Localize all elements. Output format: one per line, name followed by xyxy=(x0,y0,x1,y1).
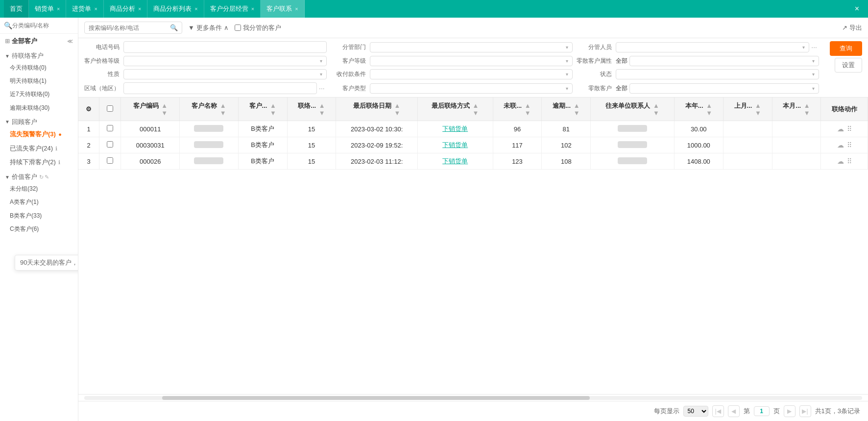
per-page-select[interactable]: 50 100 200 xyxy=(683,406,708,417)
customer-tier-select[interactable]: ▾ xyxy=(370,56,573,66)
person-select[interactable]: ▾ xyxy=(616,42,809,52)
type-col-header[interactable]: 客户... ▲▼ xyxy=(238,98,287,121)
phone-input[interactable] xyxy=(123,41,327,53)
more-conditions-button[interactable]: ▼ 更多条件 ∧ xyxy=(188,24,229,32)
sidebar-item-tomorrow-pending[interactable]: 明天待联络(1) xyxy=(0,74,78,88)
retail-attr-select[interactable]: ▾ xyxy=(629,56,819,66)
sidebar-group-value[interactable]: ▼ 价值客户 ↻ ✎ xyxy=(0,170,78,182)
nav-tab-purchase[interactable]: 进货单 × xyxy=(66,0,103,18)
region-dots-icon[interactable]: ··· xyxy=(317,84,327,92)
scroll-thumb[interactable] xyxy=(162,396,590,400)
nature-select[interactable]: ▾ xyxy=(123,69,327,79)
prev-page-button[interactable]: ◀ xyxy=(728,405,740,417)
row-checkbox[interactable] xyxy=(99,121,121,137)
filter-field-person: 分管人员 ▾ ··· xyxy=(577,42,819,52)
row-check[interactable] xyxy=(107,141,113,148)
more-action-icon[interactable]: ⠿ xyxy=(847,125,852,133)
more-action-icon[interactable]: ⠿ xyxy=(847,157,852,165)
row-last-method[interactable]: 下销货单 xyxy=(417,121,493,137)
sidebar-item-a-class[interactable]: A类客户(1) xyxy=(0,196,78,209)
nav-tab-analysis-list[interactable]: 商品分析列表 × xyxy=(147,0,204,18)
sidebar-item-churn-warning[interactable]: 流失预警客户(3) ● xyxy=(0,127,78,142)
export-button[interactable]: ↗ 导出 xyxy=(842,24,862,32)
row-check[interactable] xyxy=(107,125,113,131)
horizontal-scrollbar[interactable] xyxy=(78,394,868,401)
nav-tab-analysis[interactable]: 商品分析 × xyxy=(104,0,147,18)
last-contact-method-col-header[interactable]: 最后联络方式 ▲▼ xyxy=(417,98,493,121)
my-customers-checkbox[interactable]: 我分管的客户 xyxy=(235,24,281,32)
close-icon[interactable]: × xyxy=(138,6,141,12)
close-icon[interactable]: × xyxy=(94,6,97,12)
nav-tab-sales[interactable]: 销货单 × xyxy=(29,0,66,18)
sidebar-item-week-pending[interactable]: 近7天待联络(0) xyxy=(0,88,78,101)
chevron-down-icon: ▾ xyxy=(566,45,568,50)
row-last-method[interactable]: 下销货单 xyxy=(417,137,493,153)
close-icon[interactable]: × xyxy=(194,6,197,12)
payment-select[interactable]: ▾ xyxy=(370,69,573,79)
last-page-button[interactable]: ▶| xyxy=(799,405,811,417)
row-checkbox[interactable] xyxy=(99,153,121,170)
settings-col-header[interactable]: ⚙ xyxy=(78,98,99,121)
row-last-date: 2023-02-03 11:12: xyxy=(336,153,417,170)
this-year-col-header[interactable]: 本年... ▲▼ xyxy=(674,98,723,121)
search-input[interactable] xyxy=(89,25,170,31)
sidebar-group-pending[interactable]: ▼ 待联络客户 xyxy=(0,49,78,61)
contact-icon[interactable]: ☁ xyxy=(837,125,844,133)
close-icon[interactable]: × xyxy=(295,6,298,12)
scroll-track[interactable] xyxy=(84,396,862,400)
window-close-button[interactable]: × xyxy=(850,4,864,13)
query-button[interactable]: 查询 xyxy=(830,41,862,56)
unlisted-days-col-header[interactable]: 未联... ▲▼ xyxy=(493,98,542,121)
status-select[interactable]: ▾ xyxy=(616,69,819,79)
row-checkbox[interactable] xyxy=(99,137,121,153)
last-month-col-header[interactable]: 上月... ▲▼ xyxy=(723,98,772,121)
checkbox-col-header[interactable] xyxy=(99,98,121,121)
sidebar-item-today-pending[interactable]: 今天待联络(0) xyxy=(0,61,78,74)
row-check[interactable] xyxy=(107,157,113,164)
setting-button[interactable]: 设置 xyxy=(835,58,862,73)
page-number-input[interactable] xyxy=(754,406,770,416)
sidebar-item-b-class[interactable]: B类客户(33) xyxy=(0,209,78,223)
row-last-method[interactable]: 下销货单 xyxy=(417,153,493,170)
sidebar-search-input[interactable] xyxy=(12,22,78,29)
contact-icon[interactable]: ☁ xyxy=(837,141,844,149)
edit-icon[interactable]: ✎ xyxy=(45,174,49,180)
select-all-checkbox[interactable] xyxy=(107,105,113,112)
retail-customer-select[interactable]: ▾ xyxy=(629,83,819,94)
search-icon[interactable]: 🔍 xyxy=(4,22,12,29)
this-month-col-header[interactable]: 本月... ▲▼ xyxy=(772,98,821,121)
next-page-button[interactable]: ▶ xyxy=(784,405,796,417)
table-row: 1 000011 B类客户 15 2023-03-02 10:30: 下销货单 … xyxy=(78,121,868,137)
nav-tab-customer-tier[interactable]: 客户分层经营 × xyxy=(204,0,261,18)
chevron-down-icon: ▾ xyxy=(802,45,805,50)
refresh-icon[interactable]: ↻ xyxy=(39,174,44,180)
nav-tab-home[interactable]: 首页 xyxy=(4,0,29,18)
sidebar-item-overdue-pending[interactable]: 逾期未联络(30) xyxy=(0,101,78,115)
region-input[interactable] xyxy=(123,82,317,94)
dept-select[interactable]: ▾ xyxy=(370,42,573,52)
search-submit-icon[interactable]: 🔍 xyxy=(170,24,178,31)
sidebar-item-c-class[interactable]: C类客户(6) xyxy=(0,223,78,236)
customer-type-select[interactable]: ▾ xyxy=(370,83,573,94)
more-options-icon[interactable]: ··· xyxy=(809,43,819,51)
overdue-days-col-header[interactable]: 逾期... ▲▼ xyxy=(542,98,591,121)
last-contact-date-col-header[interactable]: 最后联络日期 ▲▼ xyxy=(336,98,417,121)
close-icon[interactable]: × xyxy=(251,6,254,12)
first-page-button[interactable]: |◀ xyxy=(712,405,724,417)
more-action-icon[interactable]: ⠿ xyxy=(847,141,852,149)
price-tier-select[interactable]: ▾ xyxy=(123,56,327,66)
sidebar-all-customers[interactable]: ⊞ 全部客户 ≪ xyxy=(0,34,78,49)
my-customers-check[interactable] xyxy=(235,25,241,31)
sidebar-group-review[interactable]: ▼ 回顾客户 xyxy=(0,115,78,127)
sidebar-item-declining[interactable]: 持续下滑客户(2) ℹ xyxy=(0,155,78,170)
nav-tab-customer-contact[interactable]: 客户联系 × xyxy=(261,0,304,18)
close-icon[interactable]: × xyxy=(57,6,60,12)
contact-days-col-header[interactable]: 联络... ▲▼ xyxy=(287,98,336,121)
row-contact-days: 15 xyxy=(287,137,336,153)
sidebar-item-ungrouped[interactable]: 未分组(32) xyxy=(0,182,78,196)
name-col-header[interactable]: 客户名称 ▲▼ xyxy=(180,98,239,121)
sidebar-item-churned[interactable]: 已流失客户(24) ℹ xyxy=(0,142,78,156)
code-col-header[interactable]: 客户编码 ▲▼ xyxy=(121,98,180,121)
contact-icon[interactable]: ☁ xyxy=(837,157,844,165)
contact-person-col-header[interactable]: 往来单位联系人 ▲▼ xyxy=(591,98,675,121)
